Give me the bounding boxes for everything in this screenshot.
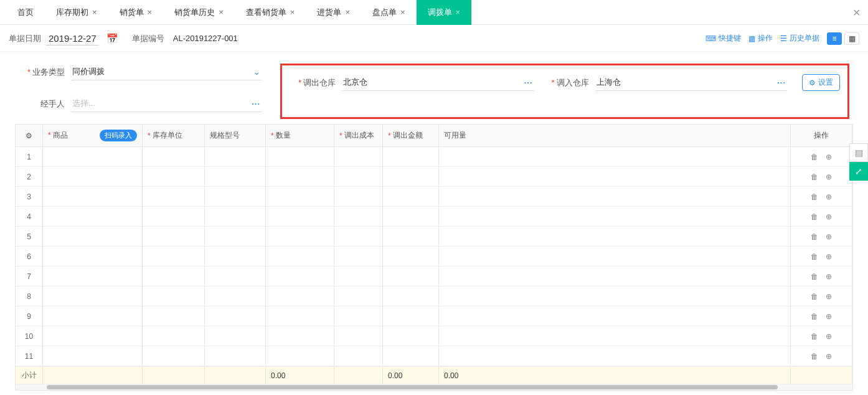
add-icon[interactable]: ⊕ — [826, 173, 832, 181]
add-icon[interactable]: ⊕ — [826, 232, 832, 241]
add-icon[interactable]: ⊕ — [826, 193, 832, 201]
field-out-warehouse: *调出仓库 北京仓 ··· — [290, 74, 534, 91]
col-product: *商品 扫码录入 — [43, 125, 143, 146]
close-icon[interactable]: × — [148, 7, 153, 17]
row-number: 10 — [16, 326, 43, 346]
add-icon[interactable]: ⊕ — [826, 292, 832, 301]
delete-icon[interactable]: 🗑 — [811, 292, 818, 301]
tab-销货单[interactable]: 销货单× — [108, 0, 164, 25]
tab-盘点单[interactable]: 盘点单× — [361, 0, 417, 25]
close-icon[interactable]: × — [345, 7, 350, 17]
row-number: 3 — [16, 187, 43, 206]
row-number: 5 — [16, 227, 43, 246]
add-icon[interactable]: ⊕ — [826, 212, 832, 221]
close-icon[interactable]: × — [290, 7, 295, 17]
calendar-icon[interactable]: 📅 — [106, 33, 118, 44]
add-icon[interactable]: ⊕ — [826, 352, 832, 361]
add-icon[interactable]: ⊕ — [826, 252, 832, 261]
row-number: 8 — [16, 287, 43, 306]
data-grid: ⚙ *商品 扫码录入 *库存单位 规格型号 *数量 *调出成本 *调出金额 可用… — [15, 124, 853, 391]
delete-icon[interactable]: 🗑 — [811, 332, 818, 341]
table-row[interactable]: 7🗑⊕ — [16, 267, 852, 287]
grid-icon: ▦ — [748, 34, 755, 43]
date-label: 单据日期 — [9, 33, 41, 44]
table-row[interactable]: 8🗑⊕ — [16, 287, 852, 307]
row-number: 1 — [16, 147, 43, 166]
table-row[interactable]: 9🗑⊕ — [16, 307, 852, 326]
side-expand-icon[interactable]: ⤢ — [849, 162, 868, 181]
field-handler: 经手人 选择... ··· — [19, 95, 262, 112]
row-number: 7 — [16, 267, 43, 286]
table-row[interactable]: 5🗑⊕ — [16, 227, 852, 247]
table-row[interactable]: 1🗑⊕ — [16, 147, 852, 167]
gear-column[interactable]: ⚙ — [16, 125, 43, 146]
delete-icon[interactable]: 🗑 — [811, 173, 818, 181]
date-value[interactable]: 2019-12-27 — [46, 32, 99, 45]
grid-header: ⚙ *商品 扫码录入 *库存单位 规格型号 *数量 *调出成本 *调出金额 可用… — [16, 125, 852, 147]
delete-icon[interactable]: 🗑 — [811, 272, 818, 281]
delete-icon[interactable]: 🗑 — [811, 193, 818, 201]
close-icon[interactable]: × — [456, 7, 461, 17]
row-number: 6 — [16, 247, 43, 266]
add-icon[interactable]: ⊕ — [826, 153, 832, 161]
scrollbar-thumb[interactable] — [47, 385, 778, 389]
col-qty: *数量 — [266, 125, 334, 146]
table-row[interactable]: 6🗑⊕ — [16, 247, 852, 267]
list-icon: ☰ — [780, 34, 787, 43]
col-op: 操作 — [790, 125, 852, 146]
side-notes-icon[interactable]: ▤ — [849, 143, 868, 162]
close-icon[interactable]: × — [219, 7, 224, 17]
more-icon: ··· — [777, 78, 786, 87]
horizontal-scrollbar[interactable] — [16, 384, 852, 390]
biz-type-select[interactable]: 同价调拨 ⌄ — [71, 64, 262, 80]
delete-icon[interactable]: 🗑 — [811, 232, 818, 241]
form-area: *业务类型 同价调拨 ⌄ 经手人 选择... ··· *调出仓库 北京仓 ···… — [0, 52, 868, 124]
table-row[interactable]: 4🗑⊕ — [16, 207, 852, 227]
more-icon: ··· — [524, 78, 533, 87]
doc-no-value: AL-20191227-001 — [173, 34, 238, 43]
subtotal-avail: 0.00 — [439, 367, 790, 384]
view-list-button[interactable]: ≡ — [827, 32, 842, 45]
table-row[interactable]: 11🗑⊕ — [16, 346, 852, 366]
subtotal-amount: 0.00 — [383, 367, 439, 384]
shortcut-link[interactable]: ⌨快捷键 — [705, 33, 741, 44]
action-link[interactable]: ▦操作 — [748, 33, 773, 44]
table-row[interactable]: 2🗑⊕ — [16, 167, 852, 187]
more-icon: ··· — [252, 99, 260, 108]
delete-icon[interactable]: 🗑 — [811, 252, 818, 261]
handler-select[interactable]: 选择... ··· — [71, 95, 262, 112]
side-panel-icons: ▤ ⤢ — [849, 143, 868, 181]
history-link[interactable]: ☰历史单据 — [780, 33, 819, 44]
tab-库存期初[interactable]: 库存期初× — [45, 0, 108, 25]
delete-icon[interactable]: 🗑 — [811, 352, 818, 361]
table-row[interactable]: 3🗑⊕ — [16, 187, 852, 207]
delete-icon[interactable]: 🗑 — [811, 153, 818, 161]
col-spec: 规格型号 — [205, 125, 266, 146]
add-icon[interactable]: ⊕ — [826, 332, 832, 341]
tab-调拨单[interactable]: 调拨单× — [417, 0, 472, 25]
delete-icon[interactable]: 🗑 — [811, 212, 818, 221]
gear-icon: ⚙ — [809, 79, 816, 87]
add-icon[interactable]: ⊕ — [826, 312, 832, 321]
close-all-tabs-icon[interactable]: ✕ — [852, 6, 861, 18]
row-number: 11 — [16, 346, 43, 366]
settings-button[interactable]: ⚙ 设置 — [802, 74, 840, 91]
close-icon[interactable]: × — [92, 7, 97, 17]
col-amount: *调出金额 — [383, 125, 439, 146]
view-grid-button[interactable]: ▦ — [844, 32, 859, 45]
out-warehouse-select[interactable]: 北京仓 ··· — [342, 74, 534, 91]
delete-icon[interactable]: 🗑 — [811, 312, 818, 321]
tab-进货单[interactable]: 进货单× — [306, 0, 361, 25]
add-icon[interactable]: ⊕ — [826, 272, 832, 281]
doc-no-label: 单据编号 — [132, 33, 164, 44]
col-unit: *库存单位 — [143, 125, 205, 146]
tab-查看销货单[interactable]: 查看销货单× — [235, 0, 306, 25]
table-row[interactable]: 10🗑⊕ — [16, 326, 852, 346]
close-icon[interactable]: × — [400, 7, 405, 17]
in-warehouse-select[interactable]: 上海仓 ··· — [595, 74, 788, 91]
scan-badge[interactable]: 扫码录入 — [100, 130, 137, 141]
tab-首页[interactable]: 首页 — [6, 0, 45, 25]
tab-销货单历史[interactable]: 销货单历史× — [163, 0, 235, 25]
toolbar: 单据日期 2019-12-27 📅 单据编号 AL-20191227-001 ⌨… — [0, 25, 868, 52]
subtotal-qty: 0.00 — [266, 367, 334, 384]
